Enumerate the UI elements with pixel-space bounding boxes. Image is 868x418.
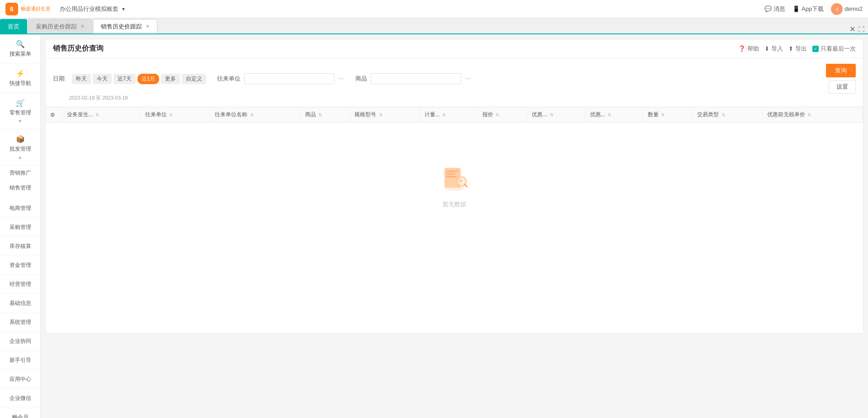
empty-state-icon bbox=[436, 159, 472, 195]
only-latest-label: 只看最后一次 bbox=[821, 45, 856, 53]
retail-mgmt-arrow: ▼ bbox=[18, 119, 23, 124]
settings-button[interactable]: 设置 bbox=[829, 80, 856, 94]
import-label: 导入 bbox=[771, 45, 783, 53]
top-title-dropdown[interactable]: ▾ bbox=[122, 6, 125, 12]
sidebar-item-wholesale-mgmt[interactable]: 📦 批发管理 ▲ bbox=[0, 129, 40, 166]
tab-bar-expand-icon[interactable]: ⛶ bbox=[858, 26, 864, 33]
sidebar-item-operations-mgmt[interactable]: 经营管理 bbox=[0, 275, 40, 294]
col-pre-tax-price[interactable]: 优惠前无税单价 ⇅ bbox=[762, 107, 863, 123]
export-icon: ⬆ bbox=[788, 45, 793, 52]
date-btn-yesterday[interactable]: 昨天 bbox=[72, 74, 91, 84]
sidebar-item-inventory[interactable]: 库存核算 bbox=[0, 237, 40, 256]
product-filter-input[interactable] bbox=[371, 73, 461, 84]
ecommerce-mgmt-label: 电商管理 bbox=[9, 204, 31, 212]
svg-line-7 bbox=[464, 184, 467, 187]
col-settings[interactable]: ⚙ bbox=[46, 107, 62, 123]
page-header: 销售历史价查询 ❓ 帮助 ⬇ 导入 ⬆ 导出 bbox=[46, 39, 863, 58]
purchase-history-close-icon[interactable]: ✕ bbox=[80, 24, 85, 29]
purchase-history-tab-label: 采购历史价跟踪 bbox=[36, 23, 77, 31]
top-bar: 6 畅捷通好生意 办公用品行业模拟账套 ▾ 💬 消息 📱 App下载 d dem… bbox=[0, 0, 868, 18]
gear-icon: ⚙ bbox=[50, 112, 55, 118]
partner-filter-dots[interactable]: ··· bbox=[338, 75, 344, 83]
empty-state: 暂无数据 bbox=[46, 123, 863, 245]
message-button[interactable]: 💬 消息 bbox=[764, 5, 785, 13]
vip-member-label: 畅会员 bbox=[12, 413, 28, 418]
sidebar-item-enterprise-wechat[interactable]: 企业微信 bbox=[0, 389, 40, 408]
sales-history-close-icon[interactable]: ✕ bbox=[146, 24, 150, 29]
wholesale-mgmt-arrow: ▲ bbox=[18, 155, 23, 160]
date-btn-more[interactable]: 更多 bbox=[161, 74, 180, 84]
page-title: 销售历史价查询 bbox=[53, 44, 104, 53]
sidebar-item-search-menu[interactable]: 🔍 搜索菜单 bbox=[0, 34, 40, 64]
logo-area: 6 畅捷通好生意 bbox=[5, 3, 51, 15]
top-bar-left: 6 畅捷通好生意 办公用品行业模拟账套 ▾ bbox=[5, 3, 125, 15]
tab-sales-history[interactable]: 销售历史价跟踪 ✕ bbox=[93, 19, 157, 33]
help-button[interactable]: ❓ 帮助 bbox=[738, 45, 759, 53]
date-btn-1month[interactable]: 近1月 bbox=[137, 74, 160, 84]
col-partner-name[interactable]: 往来单位名称 ⇅ bbox=[210, 107, 301, 123]
purchase-mgmt-label: 采购管理 bbox=[9, 223, 31, 231]
help-icon: ❓ bbox=[738, 45, 745, 52]
wholesale-mgmt-icon: 📦 bbox=[16, 135, 25, 143]
date-btn-custom[interactable]: 自定义 bbox=[182, 74, 206, 84]
avatar: d bbox=[831, 3, 843, 15]
data-table: ⚙ 业务发生... ⇅ 往来单位 ⇅ 往来单位名称 bbox=[46, 107, 863, 123]
svg-rect-3 bbox=[446, 173, 455, 175]
col-quote-price[interactable]: 报价 ⇅ bbox=[477, 107, 527, 123]
app-download-button[interactable]: 📱 App下载 bbox=[793, 5, 824, 13]
col-biz-date[interactable]: 业务发生... ⇅ bbox=[62, 107, 140, 123]
col-quantity[interactable]: 数量 ⇅ bbox=[643, 107, 692, 123]
date-btn-today[interactable]: 今天 bbox=[93, 74, 112, 84]
phone-icon: 📱 bbox=[793, 5, 800, 12]
user-profile-button[interactable]: d demo2 bbox=[831, 3, 863, 15]
col-discount-rate[interactable]: 优惠... ⇅ bbox=[527, 107, 585, 123]
sidebar-item-retail-mgmt[interactable]: 🛒 零售管理 ▼ bbox=[0, 93, 40, 129]
sidebar-item-vip-member[interactable]: 畅会员 bbox=[0, 408, 40, 418]
sidebar-item-quick-nav[interactable]: ⚡ 快捷导航 bbox=[0, 64, 40, 93]
col-trade-type-sort-icon: ⇅ bbox=[722, 112, 725, 117]
only-latest-checkbox[interactable]: 只看最后一次 bbox=[812, 45, 856, 53]
sidebar-item-ecommerce-mgmt[interactable]: 电商管理 bbox=[0, 199, 40, 218]
main-content: 🔍 搜索菜单 ⚡ 快捷导航 🛒 零售管理 ▼ 📦 批发管理 ▲ 营销推广 销售管… bbox=[0, 34, 868, 418]
sidebar-item-basic-info[interactable]: 基础信息 bbox=[0, 294, 40, 313]
date-buttons: 昨天 今天 近7天 近1月 更多 自定义 bbox=[72, 74, 206, 84]
col-product[interactable]: 商品 ⇅ bbox=[300, 107, 349, 123]
col-product-sort-icon: ⇅ bbox=[318, 112, 322, 117]
export-button[interactable]: ⬆ 导出 bbox=[788, 45, 807, 53]
sidebar-item-beginner-guide[interactable]: 新手引导 bbox=[0, 351, 40, 370]
sidebar-item-app-center[interactable]: 应用中心 bbox=[0, 370, 40, 389]
col-trade-type[interactable]: 交易类型 ⇅ bbox=[693, 107, 762, 123]
svg-rect-4 bbox=[446, 176, 457, 177]
basic-info-label: 基础信息 bbox=[9, 299, 31, 307]
tab-home[interactable]: 首页 bbox=[0, 19, 27, 33]
enterprise-wechat-label: 企业微信 bbox=[9, 394, 31, 402]
col-discount-price[interactable]: 优惠... ⇅ bbox=[585, 107, 643, 123]
sidebar-item-finance-mgmt[interactable]: 资金管理 bbox=[0, 256, 40, 275]
table-area: ⚙ 业务发生... ⇅ 往来单位 ⇅ 往来单位名称 bbox=[46, 107, 863, 333]
tab-purchase-history[interactable]: 采购历史价跟踪 ✕ bbox=[28, 19, 92, 33]
partner-filter-input[interactable] bbox=[244, 73, 335, 84]
product-filter-dots[interactable]: ··· bbox=[465, 75, 471, 83]
date-btn-7days[interactable]: 近7天 bbox=[113, 74, 136, 84]
tab-bar-close-icon[interactable]: ✕ bbox=[849, 25, 855, 33]
help-label: 帮助 bbox=[747, 45, 759, 53]
sidebar-item-enterprise-collab[interactable]: 企业协同 bbox=[0, 332, 40, 351]
sidebar-item-sales-mgmt[interactable]: 销售管理 bbox=[0, 180, 40, 195]
query-button[interactable]: 查询 bbox=[826, 64, 856, 77]
sidebar-item-purchase-mgmt[interactable]: 采购管理 bbox=[0, 218, 40, 237]
home-tab-label: 首页 bbox=[8, 23, 19, 31]
sidebar-item-marketing[interactable]: 营销推广 bbox=[0, 166, 40, 180]
col-spec[interactable]: 规格型号 ⇅ bbox=[350, 107, 420, 123]
col-unit[interactable]: 计量... ⇅ bbox=[420, 107, 477, 123]
import-icon: ⬇ bbox=[764, 45, 769, 52]
sidebar-item-system-mgmt[interactable]: 系统管理 bbox=[0, 313, 40, 332]
finance-mgmt-label: 资金管理 bbox=[9, 261, 31, 269]
wholesale-mgmt-label: 批发管理 bbox=[9, 145, 31, 153]
import-button[interactable]: ⬇ 导入 bbox=[764, 45, 783, 53]
col-partner-code[interactable]: 往来单位 ⇅ bbox=[140, 107, 210, 123]
product-filter-label: 商品 bbox=[355, 75, 367, 83]
svg-rect-2 bbox=[446, 171, 459, 172]
page-area: 销售历史价查询 ❓ 帮助 ⬇ 导入 ⬆ 导出 bbox=[41, 34, 868, 418]
col-biz-date-sort-icon: ⇅ bbox=[95, 112, 99, 117]
sidebar: 🔍 搜索菜单 ⚡ 快捷导航 🛒 零售管理 ▼ 📦 批发管理 ▲ 营销推广 销售管… bbox=[0, 34, 41, 418]
